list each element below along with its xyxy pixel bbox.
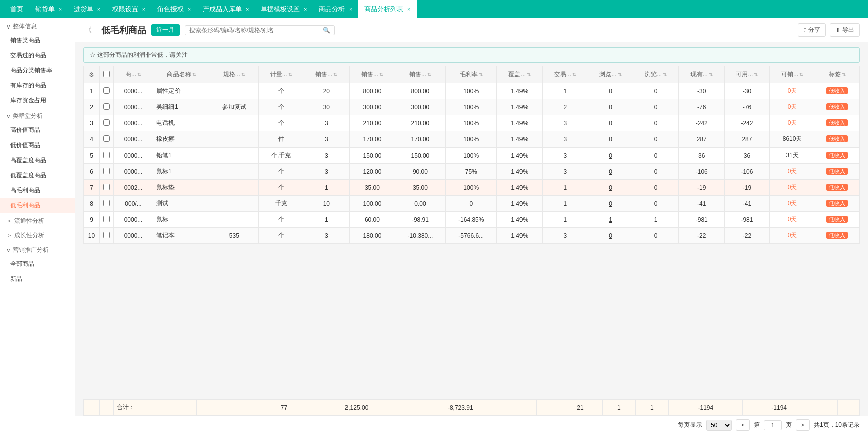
row-select-checkbox[interactable] bbox=[103, 184, 110, 190]
col-name[interactable]: 商品名称⇅ bbox=[153, 66, 210, 83]
nav-template[interactable]: 单据模板设置 × bbox=[255, 0, 313, 18]
sidebar-item-category-rate[interactable]: 商品分类销售率 bbox=[0, 63, 75, 78]
row-view1[interactable]: 0 bbox=[588, 196, 633, 212]
sidebar-item-stock-capital[interactable]: 库存资金占用 bbox=[0, 93, 75, 108]
sidebar-item-sales-goods[interactable]: 销售类商品 bbox=[0, 33, 75, 48]
col-sales-count[interactable]: 销售...⇅ bbox=[304, 66, 350, 83]
col-coverage[interactable]: 覆盖...⇅ bbox=[497, 66, 543, 83]
row-checkbox[interactable] bbox=[100, 131, 114, 148]
sidebar-group-overview[interactable]: ∨整体信息 bbox=[0, 18, 75, 33]
row-available-stock: -30 bbox=[724, 83, 770, 99]
row-select-checkbox[interactable] bbox=[103, 87, 110, 94]
row-select-checkbox[interactable] bbox=[103, 103, 110, 110]
nav-analysis[interactable]: 商品分析 × bbox=[313, 0, 358, 18]
col-gross-rate[interactable]: 毛利率⇅ bbox=[446, 66, 497, 83]
search-box[interactable]: 🔍 bbox=[185, 25, 335, 35]
sidebar-item-in-stock[interactable]: 有库存的商品 bbox=[0, 78, 75, 93]
row-checkbox[interactable] bbox=[100, 228, 114, 244]
sidebar-item-all-goods[interactable]: 全部商品 bbox=[0, 256, 75, 271]
row-select-checkbox[interactable] bbox=[103, 216, 110, 222]
col-available-stock[interactable]: 可用...⇅ bbox=[724, 66, 770, 83]
row-view1[interactable]: 0 bbox=[588, 228, 633, 244]
row-select-checkbox[interactable] bbox=[103, 168, 110, 174]
export-btn[interactable]: ⬆ 导出 bbox=[830, 23, 860, 37]
nav-home[interactable]: 首页 bbox=[4, 0, 29, 18]
page-size-select[interactable]: 20 50 100 200 bbox=[706, 420, 732, 431]
row-sales-count: 1 bbox=[304, 180, 350, 196]
nav-product-entry[interactable]: 产成品入库单 × bbox=[197, 0, 255, 18]
nav-analysis-close[interactable]: × bbox=[349, 6, 352, 12]
current-page-input[interactable] bbox=[764, 420, 782, 430]
col-settings[interactable]: ⚙ bbox=[84, 66, 100, 83]
sidebar-group-growth[interactable]: ＞成长性分析 bbox=[0, 227, 75, 242]
row-view1[interactable]: 0 bbox=[588, 131, 633, 148]
row-checkbox[interactable] bbox=[100, 180, 114, 196]
nav-roles[interactable]: 角色授权 × bbox=[151, 0, 197, 18]
sidebar-collapse-btn[interactable]: 《 bbox=[83, 26, 93, 35]
row-checkbox[interactable] bbox=[100, 164, 114, 180]
col-sales-amount[interactable]: 销售...⇅ bbox=[350, 66, 395, 83]
sidebar-item-low-value[interactable]: 低价值商品 bbox=[0, 137, 75, 153]
nav-analysis-list[interactable]: 商品分析列表 × bbox=[358, 0, 416, 18]
select-all-checkbox[interactable] bbox=[103, 71, 110, 77]
sidebar-item-traded-goods[interactable]: 交易过的商品 bbox=[0, 48, 75, 63]
col-current-stock[interactable]: 现有...⇅ bbox=[678, 66, 724, 83]
row-checkbox[interactable] bbox=[100, 115, 114, 131]
nav-sales-close[interactable]: × bbox=[59, 6, 62, 12]
row-view1[interactable]: 0 bbox=[588, 180, 633, 196]
table-row: 6 0000... 鼠标1 个 3 120.00 90.00 75% 1.49%… bbox=[84, 164, 860, 180]
row-checkbox[interactable] bbox=[100, 148, 114, 164]
total-table: 合计： 77 2,125.00 -8,723.91 21 1 1 -1194 -… bbox=[83, 399, 860, 416]
nav-template-close[interactable]: × bbox=[304, 6, 307, 12]
row-checkbox[interactable] bbox=[100, 212, 114, 228]
nav-permissions-close[interactable]: × bbox=[142, 6, 145, 12]
row-checkbox[interactable] bbox=[100, 83, 114, 99]
row-select-checkbox[interactable] bbox=[103, 232, 110, 238]
col-view2[interactable]: 浏览...⇅ bbox=[633, 66, 679, 83]
sidebar-item-low-coverage[interactable]: 低覆盖度商品 bbox=[0, 168, 75, 183]
next-page-btn[interactable]: ＞ bbox=[796, 419, 810, 431]
row-select-checkbox[interactable] bbox=[103, 200, 110, 206]
sidebar-item-new-goods[interactable]: 新品 bbox=[0, 271, 75, 286]
share-btn[interactable]: ⤴ 分享 bbox=[798, 23, 826, 37]
total-gross-empty bbox=[514, 400, 536, 416]
nav-permissions[interactable]: 权限设置 × bbox=[106, 0, 151, 18]
row-view1[interactable]: 0 bbox=[588, 115, 633, 131]
row-select-checkbox[interactable] bbox=[103, 119, 110, 126]
row-view1[interactable]: 0 bbox=[588, 83, 633, 99]
nav-purchase-close[interactable]: × bbox=[97, 6, 100, 12]
time-filter-btn[interactable]: 近一月 bbox=[151, 24, 180, 36]
prev-page-btn[interactable]: ＜ bbox=[736, 419, 750, 431]
row-view1[interactable]: 1 bbox=[588, 212, 633, 228]
row-view1[interactable]: 0 bbox=[588, 99, 633, 115]
row-select-checkbox[interactable] bbox=[103, 135, 110, 142]
sidebar-item-high-margin[interactable]: 高毛利商品 bbox=[0, 183, 75, 198]
row-select-checkbox[interactable] bbox=[103, 152, 110, 158]
col-checkbox[interactable] bbox=[100, 66, 114, 83]
row-checkbox[interactable] bbox=[100, 196, 114, 212]
row-view1[interactable]: 0 bbox=[588, 148, 633, 164]
col-trade-count[interactable]: 交易...⇅ bbox=[543, 66, 588, 83]
sidebar-item-low-margin[interactable]: 低毛利商品 bbox=[0, 198, 75, 213]
nav-product-entry-close[interactable]: × bbox=[246, 6, 249, 12]
col-spec[interactable]: 规格...⇅ bbox=[210, 66, 258, 83]
nav-roles-close[interactable]: × bbox=[188, 6, 191, 12]
col-view1[interactable]: 浏览...⇅ bbox=[588, 66, 633, 83]
sidebar-group-marketing[interactable]: ∨营销推广分析 bbox=[0, 242, 75, 256]
col-sales-profit[interactable]: 销售...⇅ bbox=[395, 66, 445, 83]
sidebar-item-high-value[interactable]: 高价值商品 bbox=[0, 122, 75, 137]
nav-purchase[interactable]: 进货单 × bbox=[68, 0, 106, 18]
sidebar-group-flow[interactable]: ＞流通性分析 bbox=[0, 213, 75, 227]
search-icon[interactable]: 🔍 bbox=[323, 27, 330, 34]
sidebar-item-high-coverage[interactable]: 高覆盖度商品 bbox=[0, 153, 75, 168]
col-saleable[interactable]: 可销...⇅ bbox=[770, 66, 815, 83]
col-code[interactable]: 商...⇅ bbox=[114, 66, 153, 83]
col-tag[interactable]: 标签⇅ bbox=[815, 66, 859, 83]
nav-analysis-list-close[interactable]: × bbox=[407, 6, 410, 12]
col-unit[interactable]: 计量...⇅ bbox=[258, 66, 304, 83]
row-view1[interactable]: 0 bbox=[588, 164, 633, 180]
search-input[interactable] bbox=[189, 27, 323, 34]
nav-sales[interactable]: 销货单 × bbox=[29, 0, 68, 18]
row-checkbox[interactable] bbox=[100, 99, 114, 115]
sidebar-group-cluster[interactable]: ∨类群堂分析 bbox=[0, 108, 75, 122]
